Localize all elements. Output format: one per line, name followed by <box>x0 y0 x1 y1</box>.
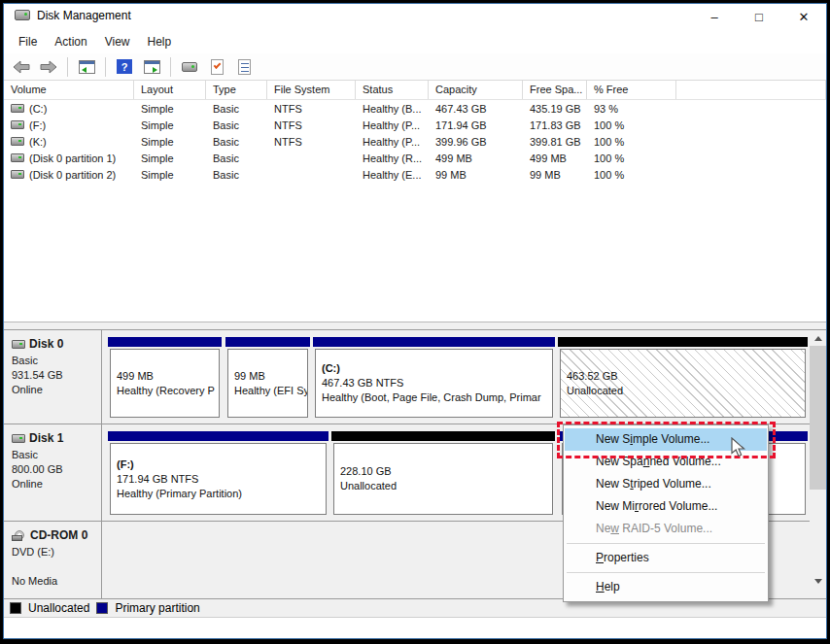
volume-icon <box>11 170 24 179</box>
menu-item-new-raid5-volume: New RAID-5 Volume... <box>565 518 767 540</box>
pane-splitter[interactable] <box>4 322 826 329</box>
menu-item-help[interactable]: Help <box>565 576 767 598</box>
disk1-partition-f[interactable]: (F:)171.94 GB NTFSHealthy (Primary Parti… <box>108 431 329 515</box>
table-row[interactable]: (K:) Simple Basic NTFS Healthy (P... 399… <box>4 133 826 150</box>
context-menu: New Simple Volume... New Spanned Volume.… <box>563 424 769 602</box>
cdrom-device: DVD (E:) <box>12 545 101 559</box>
partition-color-bar <box>313 337 555 347</box>
column-header-capacity[interactable]: Capacity <box>429 81 523 99</box>
disk1-type: Basic <box>12 448 101 462</box>
partition-color-bar <box>108 337 222 347</box>
checklist-icon[interactable] <box>232 56 256 78</box>
disk0-panel[interactable]: Disk 0 Basic 931.54 GB Online <box>4 330 102 424</box>
primary-partition-swatch <box>96 602 108 614</box>
table-row[interactable]: (C:) Simple Basic NTFS Healthy (B... 467… <box>4 100 826 117</box>
volume-icon <box>11 153 24 162</box>
disk0-partition-efi[interactable]: 99 MBHealthy (EFI Sy <box>225 337 310 418</box>
menu-action[interactable]: Action <box>46 32 95 51</box>
column-header-volume[interactable]: Volume <box>4 81 134 99</box>
column-header-file-system[interactable]: File System <box>267 81 356 99</box>
column-header-free-space[interactable]: Free Spa... <box>523 81 587 99</box>
disk0-status: Online <box>12 383 101 397</box>
show-console-tree-icon[interactable] <box>75 56 98 78</box>
vertical-scrollbar[interactable] <box>810 330 826 589</box>
volume-icon <box>11 104 24 113</box>
disk0-unallocated[interactable]: 463.52 GBUnallocated <box>558 337 808 418</box>
screenshot-root: Disk Management – □ ✕ File Action View H… <box>0 0 830 644</box>
disk0-partition-c[interactable]: (C:)467.43 GB NTFSHealthy (Boot, Page Fi… <box>313 337 555 418</box>
menu-item-new-spanned-volume[interactable]: New Spanned Volume... <box>565 451 767 473</box>
disk0-partition-recovery[interactable]: 499 MBHealthy (Recovery P <box>108 337 222 418</box>
help-icon[interactable]: ? <box>113 56 136 78</box>
partition-color-bar <box>108 431 329 441</box>
cdrom-icon <box>12 530 26 541</box>
scroll-up-icon[interactable] <box>810 330 826 346</box>
table-row[interactable]: (F:) Simple Basic NTFS Healthy (P... 171… <box>4 117 826 133</box>
maximize-button[interactable]: □ <box>737 4 781 30</box>
menu-view[interactable]: View <box>96 32 139 51</box>
forward-icon[interactable] <box>37 56 60 78</box>
disk0-capacity: 931.54 GB <box>12 368 101 383</box>
menu-item-new-simple-volume[interactable]: New Simple Volume... <box>565 428 767 451</box>
cdrom-panel[interactable]: CD-ROM 0 DVD (E:) No Media <box>4 522 102 599</box>
scrollbar-thumb[interactable] <box>810 346 826 490</box>
legend-label: Unallocated <box>28 601 89 615</box>
menu-item-properties[interactable]: Properties <box>565 547 767 569</box>
menu-item-new-mirrored-volume[interactable]: New Mirrored Volume... <box>565 495 767 518</box>
table-row[interactable]: (Disk 0 partition 2) Simple Basic Health… <box>4 166 826 183</box>
unallocated-swatch <box>10 602 21 614</box>
menu-separator <box>567 572 765 573</box>
toolbar-separator <box>67 57 68 77</box>
partition-color-bar <box>331 431 555 441</box>
minimize-button[interactable]: – <box>692 4 737 30</box>
volume-icon <box>11 137 24 146</box>
disk-management-window: Disk Management – □ ✕ File Action View H… <box>3 3 827 639</box>
title-bar: Disk Management – □ ✕ <box>4 4 826 30</box>
volume-icon <box>11 120 24 129</box>
menu-file[interactable]: File <box>10 32 46 51</box>
volume-list-header: Volume Layout Type File System Status Ca… <box>4 81 826 100</box>
table-row[interactable]: (Disk 0 partition 1) Simple Basic Health… <box>4 150 826 166</box>
disk-icon <box>12 340 25 349</box>
disk0-type: Basic <box>12 354 101 368</box>
disk1-status: Online <box>12 477 101 491</box>
app-icon <box>15 10 31 23</box>
toolbar: ? <box>4 53 826 81</box>
disk1-unallocated[interactable]: 228.10 GBUnallocated <box>331 431 555 515</box>
disk-icon <box>12 434 25 443</box>
menu-bar: File Action View Help <box>4 30 826 53</box>
column-header-status[interactable]: Status <box>356 81 429 99</box>
partition-color-bar <box>225 337 310 347</box>
disk1-panel[interactable]: Disk 1 Basic 800.00 GB Online <box>4 424 102 521</box>
close-button[interactable]: ✕ <box>781 4 826 30</box>
show-action-pane-icon[interactable] <box>140 56 163 78</box>
legend-label: Primary partition <box>115 601 199 615</box>
menu-item-new-striped-volume[interactable]: New Striped Volume... <box>565 473 767 495</box>
validate-icon[interactable] <box>205 56 228 78</box>
cdrom-media: No Media <box>12 574 101 589</box>
menu-help[interactable]: Help <box>139 32 181 51</box>
column-header-empty <box>676 81 826 99</box>
toolbar-separator <box>170 57 171 77</box>
back-icon[interactable] <box>10 56 33 78</box>
scroll-down-icon[interactable] <box>810 573 826 589</box>
menu-separator <box>567 543 765 544</box>
disk1-capacity: 800.00 GB <box>12 462 101 477</box>
window-title: Disk Management <box>37 9 131 22</box>
disk0-row: Disk 0 Basic 931.54 GB Online 499 MBHeal… <box>4 330 826 424</box>
column-header-type[interactable]: Type <box>206 81 267 99</box>
column-header-layout[interactable]: Layout <box>134 81 206 99</box>
toolbar-separator <box>105 57 106 77</box>
status-bar <box>4 617 826 638</box>
column-header-pct-free[interactable]: % Free <box>587 81 676 99</box>
partition-color-bar <box>558 337 808 347</box>
disk-view-icon[interactable] <box>178 56 201 78</box>
volume-list: Volume Layout Type File System Status Ca… <box>4 81 826 322</box>
